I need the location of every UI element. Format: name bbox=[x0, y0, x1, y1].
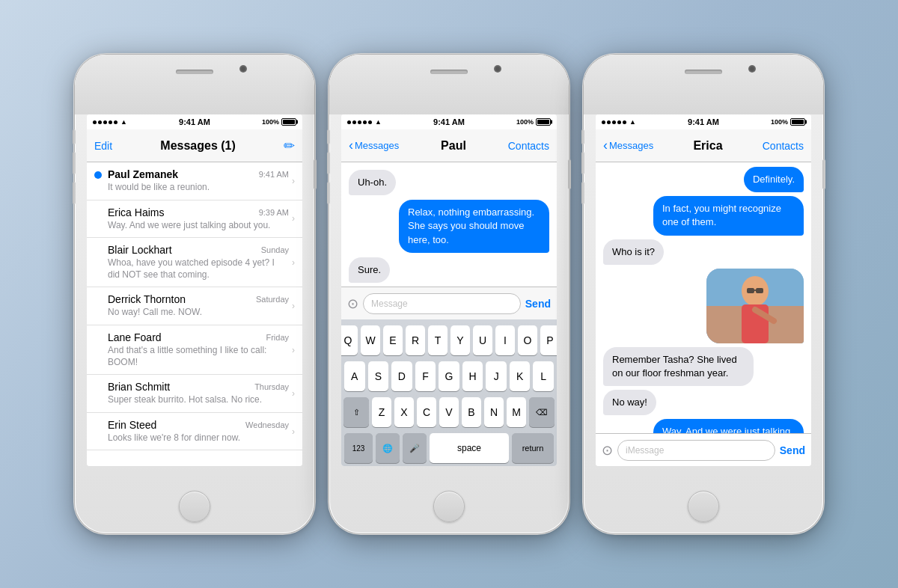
mute-1[interactable] bbox=[73, 129, 76, 144]
chevron-0: › bbox=[292, 176, 295, 186]
compose-button[interactable]: ✏ bbox=[284, 138, 295, 154]
key-shift[interactable]: ⇧ bbox=[343, 397, 369, 427]
key-a[interactable]: A bbox=[344, 361, 365, 391]
key-z[interactable]: Z bbox=[372, 397, 391, 427]
camera-1 bbox=[239, 65, 247, 73]
keyboard-row-3: 123 🌐 🎤 space return bbox=[344, 433, 554, 463]
key-j[interactable]: J bbox=[486, 361, 507, 391]
message-row-1[interactable]: Erica Haims 9:39 AM Way. And we were jus… bbox=[87, 200, 302, 239]
key-space[interactable]: space bbox=[430, 433, 509, 463]
mute-3[interactable] bbox=[581, 129, 584, 144]
vol-up-2[interactable] bbox=[327, 152, 330, 174]
message-row-0[interactable]: Paul Zemanek 9:41 AM It would be like a … bbox=[87, 162, 302, 200]
key-m[interactable]: M bbox=[507, 397, 526, 427]
signal-area-1: ▲ bbox=[93, 118, 127, 126]
key-globe[interactable]: 🌐 bbox=[376, 433, 400, 463]
nav-bar-3: ‹ Messages Erica Contacts bbox=[596, 129, 811, 162]
send-button-2[interactable]: Send bbox=[525, 298, 551, 310]
key-h[interactable]: H bbox=[462, 361, 483, 391]
key-u[interactable]: U bbox=[473, 325, 492, 355]
key-v[interactable]: V bbox=[439, 397, 459, 427]
vol-down-3[interactable] bbox=[581, 182, 584, 204]
nav-bar-2: ‹ Messages Paul Contacts bbox=[341, 129, 557, 162]
camera-2 bbox=[494, 65, 501, 73]
key-x[interactable]: X bbox=[394, 397, 414, 427]
signal-area-2: ▲ bbox=[347, 118, 382, 126]
person-image bbox=[706, 269, 804, 343]
key-p[interactable]: P bbox=[540, 325, 557, 355]
key-return[interactable]: return bbox=[512, 433, 554, 463]
chevron-1: › bbox=[292, 213, 295, 224]
key-g[interactable]: G bbox=[439, 361, 459, 391]
message-field-2[interactable]: Message bbox=[363, 293, 521, 314]
battery-percent-2: 100% bbox=[516, 118, 534, 126]
key-c[interactable]: C bbox=[417, 397, 436, 427]
message-preview-0: It would be like a reunion. bbox=[108, 182, 289, 194]
message-row-6[interactable]: Erin Steed Wednesday Looks like we're 8 … bbox=[87, 413, 302, 451]
key-f[interactable]: F bbox=[415, 361, 436, 391]
power-2[interactable] bbox=[568, 159, 571, 189]
erica-bubble-4: No way! bbox=[603, 390, 656, 415]
key-r[interactable]: R bbox=[406, 325, 425, 355]
battery-percent-3: 100% bbox=[771, 118, 788, 126]
contacts-button-2[interactable]: Contacts bbox=[508, 140, 549, 152]
speaker-1 bbox=[176, 70, 213, 74]
home-button-2[interactable] bbox=[433, 491, 465, 522]
contacts-button-3[interactable]: Contacts bbox=[763, 140, 804, 152]
mute-2[interactable] bbox=[327, 129, 330, 144]
key-123[interactable]: 123 bbox=[344, 433, 373, 463]
key-o[interactable]: O bbox=[518, 325, 537, 355]
contact-name-0: Paul Zemanek bbox=[108, 168, 178, 180]
key-d[interactable]: D bbox=[391, 361, 412, 391]
erica-bubble-5: Way. And we were just talking about you. bbox=[653, 419, 804, 433]
key-y[interactable]: Y bbox=[450, 325, 470, 355]
battery-fill-1 bbox=[283, 120, 295, 124]
message-content-6: Erin Steed Wednesday Looks like we're 8 … bbox=[108, 419, 289, 444]
message-field-3[interactable]: iMessage bbox=[617, 440, 775, 461]
erica-photo-bubble bbox=[706, 269, 804, 343]
edit-button[interactable]: Edit bbox=[94, 140, 112, 152]
iphone-2: ▲ 9:41 AM 100% ‹ Messages Paul Contacts … bbox=[329, 55, 569, 533]
camera-icon-3[interactable]: ⊙ bbox=[602, 442, 613, 459]
key-q[interactable]: Q bbox=[341, 325, 358, 355]
home-button-1[interactable] bbox=[179, 491, 210, 522]
erica-bubble-0: Definitely. bbox=[744, 167, 804, 192]
key-w[interactable]: W bbox=[361, 325, 380, 355]
message-row-2[interactable]: Blair Lockhart Sunday Whoa, have you wat… bbox=[87, 238, 302, 287]
vol-up-3[interactable] bbox=[581, 152, 584, 174]
erica-msg-4: No way! bbox=[603, 390, 804, 415]
back-button-2[interactable]: ‹ Messages bbox=[349, 139, 399, 152]
message-content-2: Blair Lockhart Sunday Whoa, have you wat… bbox=[108, 244, 289, 281]
vol-up-1[interactable] bbox=[73, 152, 76, 174]
key-i[interactable]: I bbox=[495, 325, 515, 355]
erica-msg-0: Definitely. bbox=[603, 167, 804, 192]
wifi-icon-3: ▲ bbox=[629, 118, 636, 126]
key-k[interactable]: K bbox=[510, 361, 531, 391]
camera-icon-2[interactable]: ⊙ bbox=[347, 295, 358, 312]
message-preview-6: Looks like we're 8 for dinner now. bbox=[108, 432, 289, 444]
key-s[interactable]: S bbox=[368, 361, 389, 391]
vol-down-1[interactable] bbox=[73, 182, 76, 204]
back-button-3[interactable]: ‹ Messages bbox=[603, 139, 653, 152]
send-button-3[interactable]: Send bbox=[780, 444, 805, 456]
key-l[interactable]: L bbox=[533, 361, 554, 391]
key-e[interactable]: E bbox=[383, 325, 403, 355]
key-mic[interactable]: 🎤 bbox=[403, 433, 427, 463]
power-3[interactable] bbox=[822, 159, 825, 189]
battery-area-3: 100% bbox=[771, 118, 805, 126]
key-b[interactable]: B bbox=[462, 397, 481, 427]
key-delete[interactable]: ⌫ bbox=[529, 397, 555, 427]
vol-down-2[interactable] bbox=[327, 182, 330, 204]
message-preview-4: And that's a little something I like to … bbox=[108, 345, 289, 368]
message-row-4[interactable]: Lane Foard Friday And that's a little so… bbox=[87, 325, 302, 375]
message-row-5[interactable]: Brian Schmitt Thursday Super steak burri… bbox=[87, 375, 302, 413]
keyboard-row-2: ⇧ Z X C V B N M ⌫ bbox=[344, 397, 554, 427]
power-1[interactable] bbox=[314, 159, 317, 189]
chat-area-3: Definitely. In fact, you might recognize… bbox=[596, 162, 811, 433]
message-row-3[interactable]: Derrick Thornton Saturday No way! Call m… bbox=[87, 287, 302, 325]
home-button-3[interactable] bbox=[688, 491, 719, 522]
contact-name-2: Blair Lockhart bbox=[108, 244, 172, 256]
key-n[interactable]: N bbox=[484, 397, 504, 427]
key-t[interactable]: T bbox=[428, 325, 448, 355]
contact-name-6: Erin Steed bbox=[108, 419, 156, 431]
